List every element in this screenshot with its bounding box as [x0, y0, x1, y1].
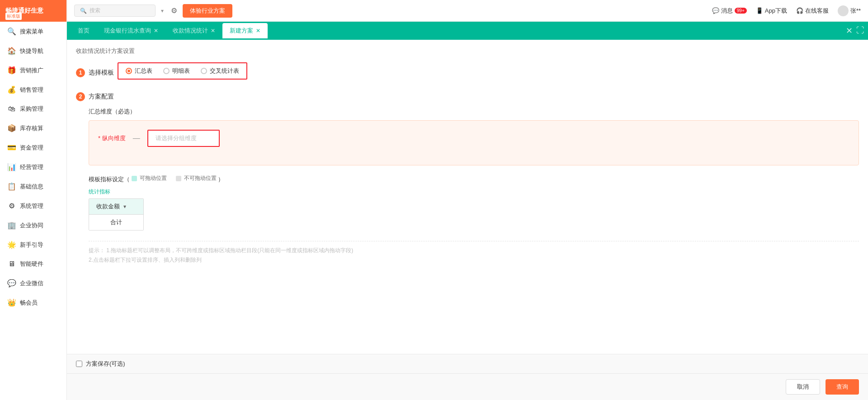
- sidebar-item-quick-nav[interactable]: 🏠 快捷导航: [0, 41, 66, 61]
- gift-icon: 🎁: [7, 66, 16, 75]
- page-content: 收款情况统计方案设置 1 选择模板 汇总表 明细表 交叉统计表: [67, 40, 868, 354]
- radio-cross[interactable]: 交叉统计表: [201, 67, 239, 75]
- sidebar-item-hardware[interactable]: 🖥 智能硬件: [0, 254, 66, 273]
- indicator-table-header[interactable]: 收款金额 ▾: [89, 199, 143, 215]
- star-icon: 🌟: [7, 240, 16, 249]
- dimension-arrow-icon: —: [133, 134, 140, 142]
- sidebar-item-sales[interactable]: 💰 销售管理: [0, 80, 66, 99]
- clipboard-icon: 📋: [7, 182, 16, 191]
- download-icon: 📱: [756, 7, 763, 14]
- sidebar-item-search-menu[interactable]: 🔍 搜索菜单: [0, 22, 66, 41]
- dimension-area: * 纵向维度 — 请选择分组维度: [89, 120, 859, 165]
- tab-home[interactable]: 首页: [71, 23, 97, 38]
- service-icon: 🎧: [796, 7, 803, 14]
- sidebar-item-wechat[interactable]: 💬 企业微信: [0, 273, 66, 293]
- app-download-item[interactable]: 📱 App下载: [756, 7, 787, 15]
- radio-detail-circle: [163, 68, 170, 74]
- tab-collection-stats[interactable]: 收款情况统计 ✕: [165, 23, 222, 38]
- tips-section: 提示： 1.拖动标题栏可以调整布局，不可跨维度或指标区域拖动栏目段(只能在同一维…: [89, 241, 859, 264]
- search-placeholder: 搜索: [90, 7, 100, 14]
- message-icon: 💬: [712, 7, 719, 14]
- crown-icon: 👑: [7, 298, 16, 307]
- tab-collection-stats-close-icon[interactable]: ✕: [211, 28, 215, 34]
- save-label: 方案保存(可选): [86, 360, 125, 368]
- section1-header: 1 选择模板 汇总表 明细表 交叉统计表: [76, 62, 859, 83]
- monitor-icon: 🖥: [7, 260, 16, 268]
- vertical-dimension-label: * 纵向维度: [98, 134, 126, 142]
- card-icon: 💳: [7, 143, 16, 152]
- section2-title: 方案配置: [89, 93, 114, 101]
- radio-detail[interactable]: 明细表: [163, 67, 190, 75]
- cancel-button[interactable]: 取消: [786, 379, 820, 395]
- box-icon: 📦: [7, 124, 16, 132]
- dimension-subsection-title: 汇总维度（必选）: [89, 108, 859, 116]
- building-icon: 🏢: [7, 221, 16, 230]
- tab-new-plan-close-icon[interactable]: ✕: [256, 28, 260, 34]
- indicator-header: 模板指标设定（ 可拖动位置 不可拖动位置 ）: [89, 174, 859, 184]
- indicator-section: 模板指标设定（ 可拖动位置 不可拖动位置 ）: [89, 174, 859, 232]
- indicator-section-title: 模板指标设定（ 可拖动位置 不可拖动位置 ）: [89, 174, 224, 184]
- sidebar-item-basic-info[interactable]: 📋 基础信息: [0, 177, 66, 196]
- sidebar-item-system[interactable]: ⚙ 系统管理: [0, 196, 66, 216]
- sidebar-item-enterprise[interactable]: 🏢 企业协同: [0, 216, 66, 235]
- tip-2: 2.点击标题栏下拉可设置排序、插入列和删除列: [89, 256, 859, 264]
- sidebar-item-member[interactable]: 👑 畅会员: [0, 293, 66, 312]
- indicator-dropdown-icon[interactable]: ▾: [123, 203, 126, 210]
- home-icon: 🏠: [7, 47, 16, 55]
- indicator-table: 收款金额 ▾ 合计: [89, 198, 144, 231]
- query-button[interactable]: 查询: [826, 379, 859, 395]
- section2-number: 2: [76, 92, 85, 101]
- section2: 2 方案配置 汇总维度（必选） * 纵向维度 — 请选择分组维度 模板指: [76, 92, 859, 264]
- movable-indicator-icon: [132, 176, 137, 181]
- sidebar-item-operation[interactable]: 📊 经营管理: [0, 157, 66, 177]
- section1-title: 选择模板: [89, 69, 114, 77]
- search-bar[interactable]: 🔍 搜索: [74, 5, 156, 17]
- tab-bank-flow-close-icon[interactable]: ✕: [154, 28, 158, 34]
- drag-legend: 可拖动位置 不可拖动位置: [132, 174, 217, 182]
- template-select-row: 汇总表 明细表 交叉统计表: [118, 62, 247, 80]
- radio-summary[interactable]: 汇总表: [126, 67, 152, 75]
- sidebar-item-capital[interactable]: 💳 资金管理: [0, 138, 66, 157]
- chart-icon: 📊: [7, 163, 16, 171]
- chat-icon: 💬: [7, 279, 16, 287]
- section1-number: 1: [76, 68, 85, 77]
- sidebar-item-inventory[interactable]: 📦 库存核算: [0, 118, 66, 138]
- trial-industry-button[interactable]: 体验行业方案: [183, 4, 232, 18]
- tip-1: 提示： 1.拖动标题栏可以调整布局，不可跨维度或指标区域拖动栏目段(只能在同一维…: [89, 247, 859, 254]
- indicator-subtitle: 统计指标: [89, 188, 859, 196]
- tabs-bar: 首页 现金银行流水查询 ✕ 收款情况统计 ✕ 新建方案 ✕ ✕ ⛶: [67, 22, 868, 40]
- dimension-row: * 纵向维度 — 请选择分组维度: [98, 130, 849, 147]
- sidebar-logo: 畅捷通好生意 标准版: [0, 0, 66, 22]
- online-service-item[interactable]: 🎧 在线客服: [796, 7, 829, 15]
- user-avatar-item[interactable]: 张**: [838, 5, 861, 16]
- settings-gear-icon[interactable]: ⚙: [171, 6, 177, 15]
- dimension-select[interactable]: 请选择分组维度: [147, 130, 220, 147]
- save-section: 方案保存(可选): [67, 354, 868, 373]
- save-checkbox[interactable]: [76, 361, 82, 367]
- header-right: 💬 消息 99+ 📱 App下载 🎧 在线客服 张**: [712, 5, 861, 16]
- tabs-close-all-icon[interactable]: ✕: [846, 26, 853, 36]
- breadcrumb: 收款情况统计方案设置: [76, 47, 859, 55]
- search-menu-icon: 🔍: [7, 27, 16, 36]
- search-chevron-icon[interactable]: ▾: [161, 8, 164, 14]
- indicator-table-cell: 合计: [89, 215, 143, 230]
- gear-icon: ⚙: [7, 202, 16, 210]
- section2-header: 2 方案配置: [76, 92, 859, 101]
- sidebar: 畅捷通好生意 标准版 🔍 搜索菜单 🏠 快捷导航 🎁 营销推广 💰 销售管理 🛍…: [0, 0, 67, 400]
- search-icon: 🔍: [80, 8, 87, 14]
- notification-badge: 99+: [735, 8, 747, 14]
- tabs-right-controls: ✕ ⛶: [846, 26, 864, 36]
- money-icon: 💰: [7, 85, 16, 94]
- sidebar-item-marketing[interactable]: 🎁 营销推广: [0, 61, 66, 80]
- radio-summary-circle: [126, 68, 132, 74]
- fixed-indicator-icon: [176, 176, 181, 181]
- tab-new-plan[interactable]: 新建方案 ✕: [222, 23, 268, 38]
- tab-bank-flow[interactable]: 现金银行流水查询 ✕: [97, 23, 165, 38]
- sidebar-item-guide[interactable]: 🌟 新手引导: [0, 235, 66, 254]
- bag-icon: 🛍: [7, 105, 16, 113]
- top-header: 🔍 搜索 ▾ ⚙ 体验行业方案 💬 消息 99+ 📱 App下载 🎧 在线客服 …: [67, 0, 868, 22]
- sidebar-item-purchase[interactable]: 🛍 采购管理: [0, 99, 66, 118]
- footer-bar: 取消 查询: [67, 373, 868, 400]
- tabs-expand-icon[interactable]: ⛶: [856, 26, 864, 36]
- notification-item[interactable]: 💬 消息 99+: [712, 7, 747, 15]
